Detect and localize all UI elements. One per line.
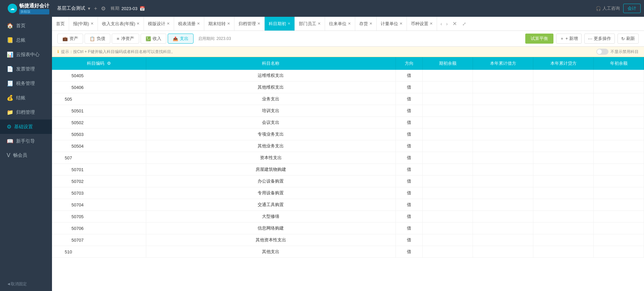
net-asset-icon: ≡ — [117, 36, 119, 41]
table-row[interactable]: 50406其他维权支出借 — [52, 82, 644, 93]
add-company-icon[interactable]: ＋ — [93, 5, 98, 12]
tab-inventory[interactable]: 存货 ✕ — [355, 17, 377, 31]
cell-debit — [473, 164, 533, 176]
table-row[interactable]: 50502会议支出借 — [52, 117, 644, 129]
tab-close-icon[interactable]: ✕ — [197, 21, 200, 26]
cell-name: 会议支出 — [146, 117, 396, 129]
sub-tab-income[interactable]: 💹 收入 — [141, 34, 166, 44]
more-button[interactable]: ⋯ 更多操作 — [584, 34, 615, 44]
tab-close-icon[interactable]: ✕ — [318, 21, 321, 26]
sub-tab-net-asset[interactable]: ≡ 净资产 — [112, 34, 139, 44]
cell-credit — [533, 93, 594, 105]
tab-close-icon[interactable]: ✕ — [137, 21, 140, 26]
col-settings-icon[interactable]: ⚙ — [107, 61, 111, 66]
tab-report-year[interactable]: 收入支出表(年报) ✕ — [98, 17, 144, 31]
sub-tab-asset[interactable]: 💼 资产 — [57, 34, 83, 44]
sidebar-item-ledger[interactable]: 📒 总账 — [0, 33, 52, 47]
settings-icon[interactable]: ⚙ — [101, 5, 106, 12]
cell-year-balance — [594, 187, 644, 199]
tab-contacts[interactable]: 往来单位 ✕ — [325, 17, 355, 31]
tab-close-icon[interactable]: ✕ — [430, 21, 433, 26]
subjects-table: 科目编码 ⚙ 科目名称 方向 期初余额 本年累计借方 本年累计贷方 年初余额 5… — [52, 57, 644, 258]
cell-name: 培训支出 — [146, 105, 396, 117]
sidebar-item-vip[interactable]: V 畅会员 — [0, 148, 52, 162]
sidebar-item-label: 总账 — [16, 37, 25, 43]
sidebar-collapse-button[interactable]: ◄取消固定 — [0, 277, 52, 291]
table-row[interactable]: 50503专项业务支出借 — [52, 129, 644, 140]
cell-dir: 借 — [396, 199, 423, 211]
account-button[interactable]: 会计 — [623, 4, 641, 13]
cell-name: 运维维权支出 — [146, 70, 396, 82]
tab-label: 存货 — [359, 21, 368, 27]
tab-home[interactable]: 首页 — [52, 17, 69, 31]
hint-bar: ℹ 提示：按Ctrl + F键并输入科目编码或者科目名称可以查找科目。 不显示禁… — [52, 47, 644, 57]
cell-credit — [533, 223, 594, 234]
tab-close-icon[interactable]: ✕ — [257, 21, 260, 26]
tab-close-icon[interactable]: ✕ — [167, 21, 170, 26]
table-row[interactable]: 50706信息网络购建借 — [52, 223, 644, 234]
tab-close-icon[interactable]: ✕ — [287, 21, 290, 26]
table-row[interactable]: 50707其他资本性支出借 — [52, 234, 644, 246]
table-row[interactable]: 507资本性支出借 — [52, 152, 644, 164]
table-row[interactable]: 505业务支出借 — [52, 93, 644, 105]
tab-archive[interactable]: 归档管理 ✕ — [234, 17, 265, 31]
table-row[interactable]: 50705大型修缮借 — [52, 211, 644, 223]
table-row[interactable]: 50701房屋建筑物购建借 — [52, 164, 644, 176]
col-header-name: 科目名称 — [146, 57, 396, 70]
cell-balance — [423, 93, 473, 105]
sub-tab-expenditure[interactable]: 📤 支出 — [168, 34, 194, 44]
tab-close-icon[interactable]: ✕ — [399, 21, 402, 26]
sidebar-item-reports[interactable]: 📊 云报表中心 — [0, 47, 52, 62]
sidebar-item-close[interactable]: 💰 结账 — [0, 91, 52, 105]
tab-prev-icon[interactable]: ‹ — [439, 20, 443, 27]
table-row[interactable]: 50704交通工具购置借 — [52, 199, 644, 211]
tab-close-icon[interactable]: ✕ — [227, 21, 230, 26]
tab-currency[interactable]: 币种设置 ✕ — [407, 17, 437, 31]
table-row[interactable]: 50504其他业务支出借 — [52, 140, 644, 152]
sidebar-item-invoice[interactable]: 📄 发票管理 — [0, 62, 52, 76]
tab-close-icon[interactable]: ✕ — [348, 21, 351, 26]
tab-template[interactable]: 模版设计 ✕ — [144, 17, 174, 31]
cell-name: 其他支出 — [146, 246, 396, 258]
add-button[interactable]: ＋ + 新增 — [556, 34, 582, 44]
table-row[interactable]: 510其他支出借 — [52, 246, 644, 258]
table-row[interactable]: 50703专用设备购置借 — [52, 187, 644, 199]
col-header-dir: 方向 — [396, 57, 423, 70]
toggle-disabled-subjects[interactable] — [596, 49, 608, 55]
cell-debit — [473, 176, 533, 187]
tab-dept[interactable]: 部门员工 ✕ — [295, 17, 325, 31]
main-content: 💼 资产 📋 负债 ≡ 净资产 💹 收入 📤 支出 启用期间: 2023.03 … — [52, 31, 644, 291]
sub-tab-liability[interactable]: 📋 负债 — [85, 34, 110, 44]
tab-close-all-icon[interactable]: ✕ — [450, 20, 459, 28]
balance-button[interactable]: 试算平衡 — [525, 34, 553, 44]
sidebar-item-guide[interactable]: 📖 新手引导 — [0, 134, 52, 148]
tab-expand-icon[interactable]: ⤢ — [460, 20, 468, 27]
sidebar-item-label: 发票管理 — [16, 66, 35, 72]
tab-close-icon[interactable]: ✕ — [91, 21, 94, 26]
cell-year-balance — [594, 105, 644, 117]
table-row[interactable]: 50405运维维权支出借 — [52, 70, 644, 82]
cell-debit — [473, 234, 533, 246]
table-row[interactable]: 50501培训支出借 — [52, 105, 644, 117]
tab-tax[interactable]: 税表清册 ✕ — [174, 17, 204, 31]
tab-report-mid[interactable]: 报(中期) ✕ — [69, 17, 98, 31]
tab-close-icon[interactable]: ✕ — [369, 21, 372, 26]
tab-subject-init[interactable]: 科目期初 ✕ — [265, 17, 295, 31]
calendar-icon[interactable]: 📅 — [140, 6, 145, 11]
cell-code: 50705 — [52, 211, 146, 223]
company-dropdown-icon[interactable]: ▾ — [88, 6, 90, 11]
sidebar-item-archive[interactable]: 📁 归档管理 — [0, 105, 52, 119]
tab-next-icon[interactable]: › — [445, 20, 449, 27]
help-button[interactable]: 🎧 人工咨询 — [596, 5, 620, 11]
sidebar-item-home[interactable]: 🏠 首页 — [0, 18, 52, 33]
sidebar-item-settings[interactable]: ⚙ 基础设置 — [0, 119, 52, 134]
tab-unit[interactable]: 计量单位 ✕ — [377, 17, 407, 31]
refresh-button[interactable]: ↻ 刷新 — [618, 34, 639, 44]
cell-dir: 借 — [396, 234, 423, 246]
tab-period-end[interactable]: 期末结转 ✕ — [204, 17, 234, 31]
sidebar-item-label: 首页 — [16, 23, 25, 29]
tab-label: 科目期初 — [269, 21, 286, 27]
sidebar-item-tax[interactable]: 🧾 税务管理 — [0, 76, 52, 91]
cell-dir: 借 — [396, 246, 423, 258]
table-row[interactable]: 50702办公设备购置借 — [52, 176, 644, 187]
